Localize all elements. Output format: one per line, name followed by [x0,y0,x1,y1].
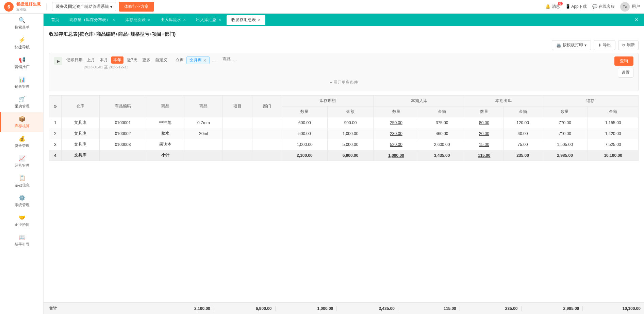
table-row: 1 文具库 0100001 中性笔 0.7mm 600.00 900.00 25… [49,117,639,128]
query-button[interactable]: 查询 [614,56,633,66]
tab-home-label: 首页 [51,17,59,23]
date-btn-more[interactable]: 更多 [141,56,152,64]
app-download-link[interactable]: 📱 App下载 [565,4,587,10]
footer-out-qty: 115.00 [398,306,460,311]
sidebar-item-sales[interactable]: 📊 销售管理 [0,73,43,93]
sidebar-item-guide[interactable]: 📖 新手引导 [0,231,43,250]
date-btn-7days[interactable]: 近7天 [126,56,139,64]
sidebar-item-operation[interactable]: 📈 经营管理 [0,152,43,171]
th-closing-amount: 金额 [588,106,639,117]
sidebar-label-marketing: 营销推广 [15,64,30,69]
cell-out-qty[interactable]: 80.00 [465,117,503,128]
cell-project [223,139,252,150]
cell-in-qty[interactable]: 230.00 [373,128,419,139]
service-icon: 💬 [592,4,597,9]
th-out-qty: 数量 [465,106,503,117]
sidebar-label-guide: 新手引导 [15,242,30,247]
cell-in-qty[interactable]: 250.00 [373,117,419,128]
refresh-button[interactable]: ↻ 刷新 [618,40,639,50]
notification-bell[interactable]: 🔔 消息 6 [545,4,560,10]
tab-inventory-dist[interactable]: 现存量（库存分布表） ✕ [65,15,120,25]
close-icon[interactable]: ✕ [148,18,150,22]
print-button[interactable]: 🖨️ 按模板打印 ▾ [552,40,591,50]
tab-inout-summary[interactable]: 出入库汇总 ✕ [191,15,226,25]
sidebar-item-basic[interactable]: 📋 基础信息 [0,171,43,191]
book-icon: 📖 [19,234,26,241]
date-btn-this-month[interactable]: 本月 [98,56,109,64]
gear-icon: ⚙️ [19,195,26,201]
expand-button[interactable]: ▾ 展开更多条件 [330,80,358,85]
export-icon: ⬇ [598,43,601,48]
system-selector[interactable]: 装备及固定资产辅助管理系统 ▾ [52,2,116,11]
top-bar-left: 6 畅捷通好生意 标准版 装备及固定资产辅助管理系统 ▾ 体验行业方案 [4,1,154,12]
warehouse-tag-remove[interactable]: ✕ [203,58,207,63]
sidebar-item-marketing[interactable]: 📢 营销推广 [0,53,43,73]
cell-warehouse: 文具库 [62,128,100,139]
date-btn-this-year[interactable]: 本年 [111,56,123,64]
tab-inout-flow[interactable]: 出入库流水 ✕ [156,15,191,25]
sidebar-item-quick[interactable]: ⚡ 快捷导航 [0,33,43,53]
cell-opening-qty: 500.00 [282,128,328,139]
sidebar-item-company[interactable]: 🤝 企业协同 [0,211,43,231]
sidebar-item-system[interactable]: ⚙️ 系统管理 [0,191,43,211]
user-area[interactable]: Ea 用户 [620,2,640,12]
cell-out-qty[interactable]: 20.00 [465,128,503,139]
cell-goods-name: 中性笔 [146,117,184,128]
th-settings: ⚙ [49,96,62,117]
tab-batch[interactable]: 库存批次账 ✕ [120,15,155,25]
th-goods-name: 商品 [146,96,184,117]
cell-opening-amount: 6,900.00 [328,150,374,161]
experience-button[interactable]: 体验行业方案 [119,2,154,12]
tab-home[interactable]: 首页 [46,15,64,25]
cell-in-amount: 2,600.00 [419,139,465,150]
table-row: 2 文具库 0100002 胶水 20ml 500.00 1,000.00 23… [49,128,639,139]
app-subtitle: 标准版 [16,7,41,12]
sidebar-item-purchase[interactable]: 🛒 采购管理 [0,93,43,112]
top-bar-right: 🔔 消息 6 📱 App下载 💬 在线客服 Ea 用户 [545,2,640,12]
filter-toggle-btn[interactable]: ▶ [54,57,62,65]
download-icon: 📱 [565,4,571,9]
cell-project [223,150,252,161]
th-project: 项目 [223,96,252,117]
cell-closing-amount: 7,525.00 [588,139,639,150]
export-button[interactable]: ⬇ 导出 [594,40,615,50]
date-btn-last-month[interactable]: 上月 [85,56,96,64]
online-service-link[interactable]: 💬 在线客服 [592,4,615,10]
cell-department [252,117,282,128]
cell-opening-qty: 1,000.00 [282,139,328,150]
chevron-down-icon: ▾ [584,43,587,48]
cell-in-amount: 460.00 [419,128,465,139]
goods-more-btn[interactable]: ... [233,57,237,62]
sidebar-item-search[interactable]: 🔍 搜索菜单 [0,14,43,33]
printer-icon: 🖨️ [556,43,561,48]
cell-department [252,139,282,150]
date-btn-custom[interactable]: 自定义 [154,56,169,64]
close-icon[interactable]: ✕ [258,18,261,22]
close-icon[interactable]: ✕ [112,18,115,22]
table-header: ⚙ 仓库 商品编码 商品 商品 项目 部门 库存期初 本期入库 本期出库 结存 [49,96,639,117]
cell-goods-code: 0100003 [99,139,146,150]
settings-button[interactable]: 设置 [618,68,633,78]
tab-inout-flow-label: 出入库流水 [161,17,181,23]
sidebar-label-company: 企业协同 [15,222,30,227]
flash-icon: ⚡ [19,37,26,43]
refresh-icon: ↻ [622,43,625,48]
sidebar-item-inventory[interactable]: 📦 库存核算 [0,112,43,132]
tab-stock-summary[interactable]: 收发存汇总表 ✕ [227,15,265,25]
cell-index: 4 [49,150,62,161]
cell-in-qty[interactable]: 1,000.00 [373,150,419,161]
sidebar-item-finance[interactable]: 💰 资金管理 [0,132,43,152]
cell-goods-code [99,150,146,161]
th-in-group: 本期入库 [373,96,465,106]
close-icon[interactable]: ✕ [218,18,221,22]
cell-out-qty[interactable]: 15.00 [465,139,503,150]
warehouse-more-btn[interactable]: ... [212,58,216,63]
cell-out-qty[interactable]: 115.00 [465,150,503,161]
user-avatar: Ea [620,2,630,12]
sidebar-label-finance: 资金管理 [15,143,30,148]
cell-out-amount: 120.00 [503,117,542,128]
cell-in-qty[interactable]: 520.00 [373,139,419,150]
tab-bar-close[interactable]: ✕ [632,17,641,22]
data-table: ⚙ 仓库 商品编码 商品 商品 项目 部门 库存期初 本期入库 本期出库 结存 [49,95,639,161]
close-icon[interactable]: ✕ [183,18,186,22]
